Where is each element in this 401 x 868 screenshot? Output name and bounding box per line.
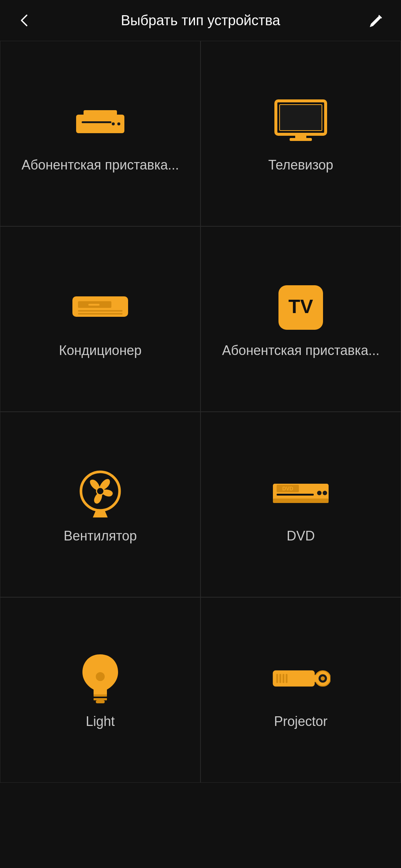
svg-rect-34: [283, 674, 284, 683]
svg-rect-4: [84, 110, 117, 117]
svg-text:TV: TV: [288, 296, 313, 317]
header: Выбрать тип устройства: [0, 0, 401, 41]
svg-rect-23: [277, 494, 314, 496]
svg-rect-35: [286, 674, 288, 683]
svg-point-3: [117, 122, 120, 125]
device-label-tv: Телевизор: [268, 157, 333, 173]
svg-rect-0: [76, 115, 124, 133]
svg-marker-19: [93, 510, 108, 517]
edit-button[interactable]: [365, 12, 388, 29]
fan-icon: [71, 469, 130, 517]
device-item-dvd[interactable]: DVD DVD: [200, 412, 401, 597]
svg-rect-26: [273, 499, 329, 503]
svg-point-38: [321, 676, 325, 680]
set-top-box-icon: [71, 98, 130, 146]
back-button[interactable]: [13, 12, 36, 29]
device-item-set-top-box[interactable]: Абонентская приставка...: [0, 41, 200, 226]
svg-point-2: [112, 122, 115, 125]
conditioner-icon: [71, 283, 130, 332]
svg-text:DVD: DVD: [282, 486, 293, 491]
device-grid: Абонентская приставка... Телевизор: [0, 41, 401, 783]
device-label-light: Light: [86, 714, 115, 729]
device-item-light[interactable]: Light: [0, 597, 200, 783]
tv-icon: [271, 98, 330, 146]
svg-point-25: [323, 491, 327, 495]
svg-rect-31: [273, 670, 315, 686]
device-label-dvd: DVD: [287, 528, 315, 544]
device-item-set-top-box-tv[interactable]: TV Абонентская приставка...: [200, 226, 401, 412]
device-item-fan[interactable]: Вентилятор: [0, 412, 200, 597]
device-label-conditioner: Кондиционер: [59, 343, 142, 358]
svg-rect-32: [276, 674, 278, 683]
svg-rect-12: [78, 310, 123, 312]
svg-rect-39: [313, 675, 317, 682]
svg-rect-29: [96, 700, 105, 703]
svg-rect-27: [94, 694, 107, 697]
svg-rect-1: [82, 121, 111, 123]
page-title: Выбрать тип устройства: [36, 13, 365, 29]
set-top-box-tv-icon: TV: [271, 283, 330, 332]
device-label-projector: Projector: [274, 714, 327, 729]
light-icon: [71, 654, 130, 703]
svg-point-30: [96, 672, 105, 681]
dvd-icon: DVD: [271, 469, 330, 517]
device-label-set-top-box: Абонентская приставка...: [22, 157, 179, 173]
device-label-set-top-box-tv: Абонентская приставка...: [222, 343, 379, 358]
svg-rect-8: [290, 138, 312, 141]
svg-rect-11: [88, 304, 100, 306]
device-label-fan: Вентилятор: [63, 528, 137, 544]
projector-icon: [271, 654, 330, 703]
svg-point-17: [97, 487, 104, 495]
svg-rect-6: [280, 105, 322, 131]
svg-rect-33: [280, 674, 281, 683]
svg-rect-28: [94, 698, 107, 700]
device-item-tv[interactable]: Телевизор: [200, 41, 401, 226]
device-item-projector[interactable]: Projector: [200, 597, 401, 783]
svg-rect-7: [295, 134, 306, 138]
svg-point-24: [317, 491, 322, 495]
svg-rect-13: [78, 313, 123, 315]
device-item-conditioner[interactable]: Кондиционер: [0, 226, 200, 412]
